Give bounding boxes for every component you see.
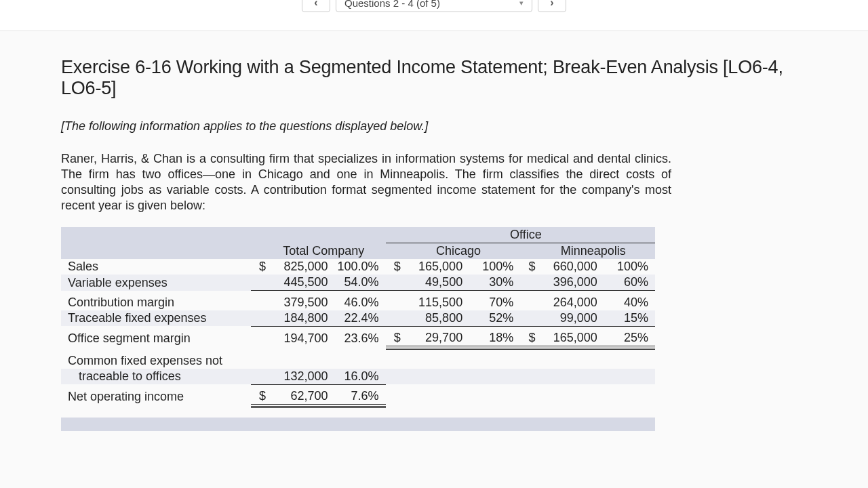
row-total-double-rule bbox=[61, 405, 655, 407]
next-button[interactable]: › bbox=[538, 0, 566, 12]
chevron-down-icon: ▾ bbox=[519, 0, 524, 7]
table-footer-bar bbox=[61, 418, 655, 431]
scenario-paragraph: Raner, Harris, & Chan is a consulting fi… bbox=[61, 151, 671, 214]
applies-note: [The following information applies to th… bbox=[61, 119, 807, 134]
row-variable-expenses: Variable expenses 445,500 54.0% 49,500 3… bbox=[61, 274, 655, 291]
question-nav: ‹ Questions 2 - 4 (of 5) ▾ › bbox=[302, 0, 566, 12]
row-common-fixed-2: traceable to offices 132,000 16.0% bbox=[61, 369, 655, 385]
row-sales: Sales $ 825,000 100.0% $ 165,000 100% $ … bbox=[61, 259, 655, 274]
prev-button[interactable]: ‹ bbox=[302, 0, 330, 12]
exercise-title: Exercise 6-16 Working with a Segmented I… bbox=[61, 57, 807, 99]
chevron-left-icon: ‹ bbox=[314, 0, 317, 9]
top-bar: ‹ Questions 2 - 4 (of 5) ▾ › bbox=[0, 0, 868, 31]
office-header: Office bbox=[401, 227, 655, 243]
col-total: Total Company bbox=[266, 243, 385, 260]
col-chicago: Chicago bbox=[401, 243, 520, 260]
content-area: Exercise 6-16 Working with a Segmented I… bbox=[61, 57, 807, 431]
col-minneapolis: Minneapolis bbox=[536, 243, 655, 260]
row-traceable-fixed: Traceable fixed expenses 184,800 22.4% 8… bbox=[61, 310, 655, 327]
question-selector[interactable]: Questions 2 - 4 (of 5) ▾ bbox=[336, 0, 532, 12]
table-subheader-row: Total Company Chicago Minneapolis bbox=[61, 243, 655, 260]
page-body: Exercise 6-16 Working with a Segmented I… bbox=[0, 31, 868, 431]
question-selector-label: Questions 2 - 4 (of 5) bbox=[344, 0, 440, 9]
row-contribution-margin: Contribution margin 379,500 46.0% 115,50… bbox=[61, 295, 655, 310]
row-common-fixed-1: Common fixed expenses not bbox=[61, 353, 655, 369]
table-header-row: Office bbox=[61, 227, 655, 243]
chevron-right-icon: › bbox=[550, 0, 553, 9]
row-segment-margin: Office segment margin 194,700 23.6% $ 29… bbox=[61, 330, 655, 346]
row-net-operating-income: Net operating income $ 62,700 7.6% bbox=[61, 388, 655, 405]
income-statement-table: Office Total Company Chicago Minneapolis… bbox=[61, 227, 655, 431]
